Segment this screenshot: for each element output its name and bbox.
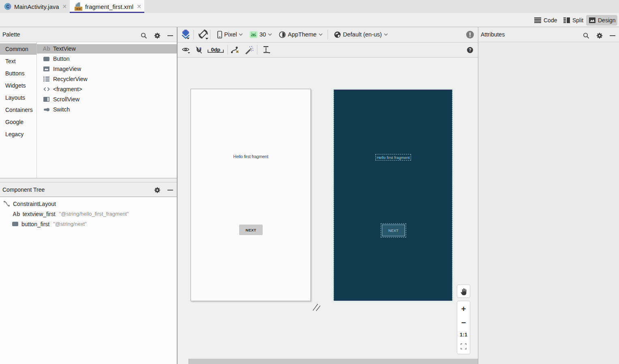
svg-text:0dp: 0dp — [211, 46, 220, 52]
svg-text:?: ? — [469, 48, 471, 52]
svg-text:C: C — [6, 4, 9, 9]
svg-text:<>: <> — [76, 6, 81, 11]
